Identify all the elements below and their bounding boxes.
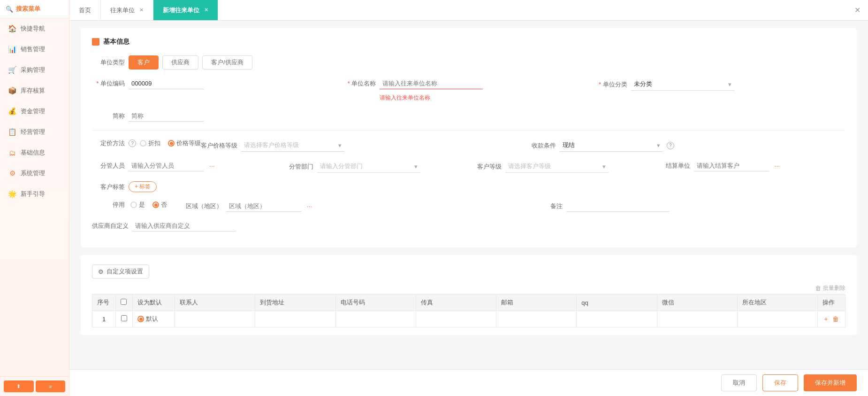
main-close-btn[interactable]: ✕ [847, 0, 868, 20]
basic-info-section: 基本信息 单位类型 客户 供应商 客户/供应商 单位编码 [81, 28, 857, 248]
pricing-method-label: 定价方法 [92, 139, 125, 148]
section-icon [92, 38, 99, 46]
tags-field: 客户标签 + 标签 [92, 181, 157, 192]
supplier-custom-input[interactable] [132, 220, 236, 232]
save-button[interactable]: 保存 [762, 374, 798, 391]
district-input[interactable] [742, 316, 813, 323]
settlement-input[interactable] [694, 160, 769, 171]
unit-category-select[interactable]: 未分类 ▾ [631, 78, 734, 91]
pricing-method-field: 定价方法 ? 折扣 价格等级 [92, 139, 201, 148]
sidebar: 🔍 搜索菜单 🏠 快捷导航 📊 销售管理 🛒 采购管理 📦 库存核算 💰 资金管… [0, 0, 69, 396]
customer-price-select[interactable]: 请选择客户价格等级 ▾ [241, 139, 344, 152]
box-icon: 📦 [8, 86, 17, 95]
stop-region-row: 停用 是 否 区 [92, 201, 845, 212]
stop-yes-label: 是 [139, 201, 145, 209]
batch-delete-label[interactable]: 批量删除 [823, 284, 845, 292]
payment-terms-field: 收款条件 现结 ▾ ? [523, 139, 845, 152]
custom-settings-button[interactable]: ⚙ 自定义项设置 [92, 264, 149, 279]
unit-btn-customer[interactable]: 客户 [129, 55, 159, 70]
region-field: 区域（地区） ··· [186, 201, 502, 212]
phone-input[interactable] [341, 316, 411, 323]
sidebar-item-guide[interactable]: 🌟 新手引导 [0, 184, 69, 204]
row-checkbox[interactable] [121, 315, 127, 321]
supplier-custom-label: 供应商自定义 [92, 222, 129, 230]
remark-input[interactable] [566, 201, 670, 212]
wechat-input[interactable] [662, 316, 732, 323]
sidebar-extra-btn2[interactable]: ≡ [36, 380, 66, 392]
radio-stop-no[interactable]: 否 [152, 201, 167, 209]
address-input[interactable] [260, 316, 330, 323]
sidebar-label: 系统管理 [21, 169, 45, 178]
pricing-help-icon[interactable]: ? [129, 140, 136, 147]
unit-btn-both[interactable]: 客户/供应商 [202, 55, 252, 70]
sidebar-item-inventory[interactable]: 📦 库存核算 [0, 80, 69, 101]
short-name-input[interactable] [129, 110, 204, 122]
row-delete-btn[interactable]: 🗑 [831, 315, 840, 323]
tab-partner[interactable]: 往来单位 ✕ [101, 0, 153, 20]
unit-type-row: 单位类型 客户 供应商 客户/供应商 [92, 55, 845, 70]
qq-input[interactable] [581, 316, 652, 323]
chevron-down-icon: ▾ [414, 163, 418, 170]
th-address: 到货地址 [255, 295, 335, 311]
tab-home[interactable]: 首页 [69, 0, 101, 20]
th-phone: 电话号码 [335, 295, 416, 311]
manager-input[interactable] [129, 160, 204, 171]
email-input[interactable] [501, 316, 571, 323]
customer-level-select[interactable]: 请选择客户等级 ▾ [505, 160, 609, 173]
default-radio-dot [139, 318, 143, 321]
radio-discount[interactable]: 折扣 [140, 139, 160, 148]
payment-help-icon[interactable]: ? [667, 142, 674, 149]
add-tag-button[interactable]: + 标签 [129, 181, 157, 192]
sidebar-item-operations[interactable]: 📋 经营管理 [0, 122, 69, 142]
th-qq: qq [577, 295, 657, 311]
sidebar-label: 新手引导 [21, 190, 45, 198]
row-add-btn[interactable]: + [822, 315, 829, 323]
sidebar-item-finance[interactable]: 💰 资金管理 [0, 101, 69, 122]
settlement-field: 结算单位 ··· [657, 160, 846, 171]
row-wechat [657, 311, 737, 327]
contact-input[interactable] [180, 316, 250, 323]
tab-new-partner-close[interactable]: ✕ [204, 7, 208, 13]
tab-new-partner[interactable]: 新增往来单位 ✕ [153, 0, 218, 20]
sidebar-item-sales[interactable]: 📊 销售管理 [0, 39, 69, 60]
cart-icon: 🛒 [8, 65, 17, 75]
default-radio[interactable]: 默认 [137, 315, 170, 323]
save-add-button[interactable]: 保存并新增 [804, 374, 857, 391]
sidebar-item-quick-nav[interactable]: 🏠 快捷导航 [0, 18, 69, 39]
stop-use-radio-group: 是 否 [130, 201, 167, 209]
sidebar-item-system[interactable]: ⚙ 系统管理 [0, 163, 69, 184]
select-all-checkbox[interactable] [121, 299, 127, 305]
fax-input[interactable] [421, 316, 491, 323]
unit-category-field: 单位分类 未分类 ▾ [594, 78, 845, 91]
search-menu[interactable]: 🔍 搜索菜单 [0, 0, 69, 18]
tab-partner-close[interactable]: ✕ [139, 7, 144, 13]
settlement-more-btn[interactable]: ··· [775, 162, 780, 170]
sidebar-label: 采购管理 [21, 66, 45, 74]
department-select[interactable]: 请输入分管部门 ▾ [317, 160, 420, 173]
sidebar-extra-btn1[interactable]: ⬆ [4, 380, 34, 392]
unit-name-input[interactable] [380, 78, 483, 89]
search-icon: 🔍 [6, 6, 13, 13]
unit-btn-supplier[interactable]: 供应商 [162, 55, 198, 70]
cancel-button[interactable]: 取消 [721, 374, 757, 391]
unit-code-input[interactable] [129, 78, 204, 89]
sidebar-label: 销售管理 [21, 45, 45, 54]
radio-stop-yes[interactable]: 是 [130, 201, 145, 209]
tags-label: 客户标签 [92, 183, 125, 191]
content-area: 基本信息 单位类型 客户 供应商 客户/供应商 单位编码 [69, 21, 868, 369]
th-email: 邮箱 [496, 295, 577, 311]
sidebar-item-purchase[interactable]: 🛒 采购管理 [0, 60, 69, 80]
manager-more-btn[interactable]: ··· [209, 162, 215, 170]
payment-terms-select[interactable]: 现结 ▾ [560, 139, 663, 152]
row-email [496, 311, 577, 327]
region-more-btn[interactable]: ··· [307, 202, 312, 210]
sidebar-item-basic[interactable]: 🗂 基础信息 [0, 142, 69, 163]
sidebar-label: 快捷导航 [21, 24, 45, 33]
region-input[interactable] [226, 201, 301, 212]
section-title: 基本信息 [92, 38, 845, 46]
sidebar-label: 资金管理 [21, 107, 45, 116]
radio-price-level[interactable]: 价格等级 [168, 139, 201, 148]
radio-circle-no [152, 202, 159, 208]
customer-level-field: 客户等级 请选择客户等级 ▾ [469, 160, 657, 173]
payment-terms-label: 收款条件 [523, 141, 556, 150]
